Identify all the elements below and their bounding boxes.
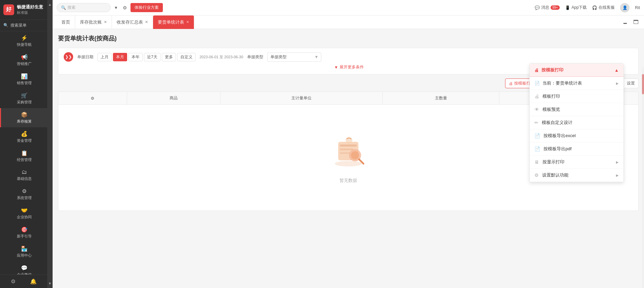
right-scrollbar[interactable] [642, 67, 644, 288]
template-print-label: 模板打印 [543, 93, 560, 99]
topbar-search-icon: 🔍 [61, 5, 66, 10]
col-gear-icon[interactable]: ⚙ [91, 96, 94, 101]
tab-collect-summary-close[interactable]: ✕ [145, 20, 148, 24]
date-btn-this-month[interactable]: 本月 [113, 53, 127, 61]
tab-batch-account-close[interactable]: ✕ [104, 20, 107, 24]
tabs-bar: 首页 库存批次账 ✕ 收发存汇总表 ✕ 要货单统计表 ✕ 🗕 🗖 [53, 15, 644, 29]
trial-industry-button[interactable]: 体验行业方案 [130, 3, 163, 12]
col-product: 商品 [127, 92, 220, 105]
scroll-down-arrow[interactable]: ▼ [47, 280, 53, 287]
search-icon: 🔍 [3, 23, 8, 28]
date-btn-more[interactable]: 更多 [162, 53, 176, 61]
page-title: 要货单统计表(按商品) [58, 34, 639, 42]
online-service-button[interactable]: 🎧 在线客服 [592, 5, 615, 10]
sidebar-item-quick-nav[interactable]: ⚡ 快捷导航 [0, 31, 47, 51]
sidebar-item-newbie[interactable]: 🎯 新手引导 [0, 223, 47, 242]
tab-maximize-button[interactable]: 🗖 [632, 18, 640, 27]
doc-type-select[interactable]: 单据类型 ▼ [267, 53, 321, 62]
doc-type-arrow-icon: ▼ [314, 55, 318, 59]
sidebar-item-inventory[interactable]: 📦 库存核算 [0, 108, 47, 127]
default-func-label: 设置默认功能 [542, 172, 568, 178]
date-btn-7days[interactable]: 近7天 [144, 53, 160, 61]
empty-state-text: 暂无数据 [340, 178, 357, 184]
sound-bottom-icon[interactable]: 🔔 [30, 278, 37, 285]
sidebar-item-label: 采购管理 [17, 100, 32, 105]
expand-label: 展开更多条件 [340, 64, 364, 70]
print-dropdown: 🖨 按模板打印 ▲ 📄 当前：要货单统计表 ▶ 🖨 模板打印 👁 模板 [529, 63, 624, 182]
print-dropdown-item-template-preview[interactable]: 👁 模板预览 [530, 103, 623, 116]
newbie-icon: 🎯 [21, 226, 28, 233]
current-template-item[interactable]: 📄 当前：要货单统计表 ▶ [530, 77, 623, 90]
app-download-button[interactable]: 📱 App下载 [565, 5, 587, 10]
print-dropdown-item-template-design[interactable]: ✏ 模板自定义设计 [530, 116, 623, 129]
main-area: 🔍 搜索 ▼ ⚙ 体验行业方案 💬 消息 99+ 📱 App下载 🎧 在线客服 [53, 0, 644, 288]
sidebar-search-label: 搜索菜单 [10, 23, 27, 28]
topbar-search-box[interactable]: 🔍 搜索 [57, 3, 111, 12]
date-btn-this-year[interactable]: 本年 [128, 53, 143, 61]
scroll-up-arrow[interactable]: ▲ [47, 1, 53, 8]
template-print-icon: 🖨 [534, 94, 539, 99]
tab-order-stats-close[interactable]: ✕ [186, 20, 189, 24]
topbar-gear-icon[interactable]: ⚙ [123, 5, 127, 10]
date-btn-last-month[interactable]: 上月 [97, 53, 112, 61]
inventory-icon: 📦 [21, 111, 28, 118]
empty-icon [328, 132, 369, 172]
print-dropdown-header[interactable]: 🖨 按模板打印 ▲ [530, 64, 623, 77]
tab-collect-summary[interactable]: 收发存汇总表 ✕ [112, 15, 153, 29]
tab-batch-account[interactable]: 库存批次账 ✕ [75, 15, 112, 29]
doc-type-filter-label: 单据类型 [247, 54, 263, 60]
filter-row: ❯❯ 单据日期 上月 本月 本年 近7天 更多 自定义 2023-06-01 至… [64, 52, 633, 62]
tab-home[interactable]: 首页 [57, 15, 75, 29]
sidebar-item-label: 营销推广 [17, 61, 32, 66]
sidebar-item-sales[interactable]: 📊 销售管理 [0, 70, 47, 89]
sidebar-item-collab[interactable]: 🤝 企业协同 [0, 204, 47, 223]
app-download-label: App下载 [572, 5, 587, 10]
topbar-dropdown-arrow[interactable]: ▼ [114, 5, 118, 10]
display-print-chevron: ▶ [616, 160, 619, 164]
expand-icon: ▼ [334, 65, 338, 70]
sidebar-item-marketing[interactable]: 📢 营销推广 [0, 51, 47, 70]
settings-button[interactable]: 设置 [623, 78, 639, 88]
date-filter-label: 单据日期 [77, 54, 93, 60]
print-dropdown-sub-display-print[interactable]: 🖥 按显示打印 ▶ [530, 156, 623, 169]
sidebar: 好 畅捷通好生意 标准版 🔍 搜索菜单 ⚡ 快捷导航 📢 营销推广 📊 销售管理 [0, 0, 47, 288]
tab-minimize-button[interactable]: 🗕 [621, 18, 629, 27]
tab-batch-account-label: 库存批次账 [80, 19, 102, 25]
settings-bottom-icon[interactable]: ⚙ [11, 278, 16, 285]
sidebar-item-purchase[interactable]: 🛒 采购管理 [0, 89, 47, 108]
sidebar-item-wechat[interactable]: 💬 企业微信 [0, 261, 47, 275]
sidebar-item-label: 快捷导航 [17, 42, 32, 47]
template-pdf-label: 按模板导出pdf [544, 146, 572, 152]
sidebar-item-system[interactable]: ⚙ 系统管理 [0, 185, 47, 204]
sidebar-item-label: 应用中心 [17, 253, 32, 258]
print-dropdown-item-template-pdf[interactable]: 📄 按模板导出pdf [530, 142, 623, 156]
sidebar-item-operations[interactable]: 📋 经营管理 [0, 147, 47, 166]
sidebar-item-appstore[interactable]: 🏪 应用中心 [0, 242, 47, 261]
current-template-chevron: ▶ [616, 82, 619, 85]
col-unit: 主计量单位 [221, 92, 383, 105]
display-print-icon: 🖥 [534, 159, 539, 165]
sidebar-item-basics[interactable]: 🗂 基础信息 [0, 166, 47, 185]
col-gear[interactable]: ⚙ [58, 92, 127, 105]
print-dropdown-sub-default-func[interactable]: ⚙ 设置默认功能 ▶ [530, 169, 623, 182]
sidebar-scroll-column: ▲ ▼ [47, 0, 53, 288]
purchase-icon: 🛒 [21, 92, 28, 99]
print-dropdown-title: 按模板打印 [541, 67, 563, 73]
date-btn-custom[interactable]: 自定义 [177, 53, 196, 61]
message-button[interactable]: 💬 消息 99+ [535, 5, 560, 10]
system-icon: ⚙ [22, 188, 27, 194]
avatar[interactable]: 👤 [620, 3, 630, 12]
print-dropdown-item-template-excel[interactable]: 📄 按模板导出excel [530, 129, 623, 142]
print-dropdown-item-template-print[interactable]: 🖨 模板打印 [530, 90, 623, 103]
print-dropdown-collapse-icon[interactable]: ▲ [614, 68, 619, 73]
sidebar-nav: ⚡ 快捷导航 📢 营销推广 📊 销售管理 🛒 采购管理 📦 库存核算 💰 [0, 31, 47, 275]
sidebar-search[interactable]: 🔍 搜索菜单 [0, 20, 47, 31]
default-func-chevron: ▶ [616, 173, 619, 177]
template-preview-label: 模板预览 [543, 106, 560, 113]
sidebar-item-finance[interactable]: 💰 资金管理 [0, 127, 47, 147]
template-design-label: 模板自定义设计 [542, 120, 573, 126]
tab-order-stats[interactable]: 要货单统计表 ✕ [153, 15, 194, 29]
doc-type-placeholder: 单据类型 [270, 54, 287, 60]
scrollbar-thumb[interactable] [642, 74, 644, 94]
filter-toggle-btn[interactable]: ❯❯ [64, 52, 73, 62]
